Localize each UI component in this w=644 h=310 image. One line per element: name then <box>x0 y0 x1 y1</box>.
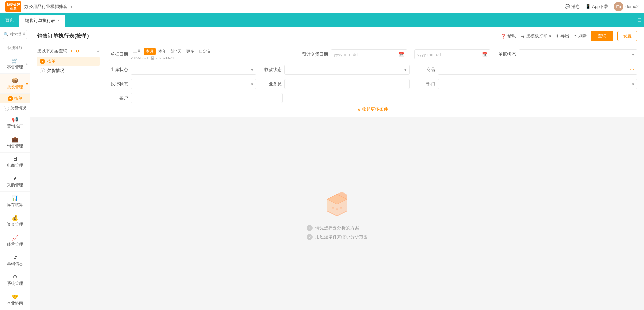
sales-icon: 💼 <box>12 136 18 143</box>
scheme-item-debt[interactable]: ○ 欠货情况 <box>37 66 100 75</box>
calendar-icon-1: 📅 <box>399 52 404 57</box>
sidebar-item-label: 零售管理 <box>7 64 23 70</box>
salesperson-ellipsis-icon[interactable]: ··· <box>402 81 407 87</box>
sidebar-item-sales[interactable]: 💼 销售管理 <box>0 133 30 153</box>
delivery-status-label: 出库状态 <box>108 67 128 73</box>
print-dropdown-icon[interactable]: ▾ <box>549 34 551 39</box>
sidebar-item-ecommerce[interactable]: 🖥 电商管理 <box>0 153 30 172</box>
tab-close-icon[interactable]: × <box>57 18 60 23</box>
date-btn-this-year[interactable]: 本年 <box>156 48 168 55</box>
settings-button[interactable]: 设置 <box>617 31 637 41</box>
add-scheme-icon[interactable]: ＋ <box>69 48 74 54</box>
sidebar-item-wholesale[interactable]: 📦 批发管理 ▾ <box>0 74 30 94</box>
calendar-icon-2: 📅 <box>482 52 487 57</box>
salesperson-select[interactable]: ··· <box>284 79 410 89</box>
message-icon: 💬 <box>565 4 570 9</box>
sub-item-order[interactable]: ● 按单 <box>0 94 30 103</box>
sidebar-item-marketing[interactable]: 📢 营销推广 <box>0 113 30 133</box>
svg-point-6 <box>332 207 334 209</box>
sidebar-item-retail[interactable]: 🛒 零售管理 ▸ <box>0 54 30 74</box>
sidebar-item-basic[interactable]: 🗂 基础信息 <box>0 251 30 270</box>
filter-scheme-panel: 按以下方案查询 ＋ ↻ « ● 按单 ○ 欠货情况 <box>37 48 104 113</box>
sidebar-item-enterprise[interactable]: 🤝 企业协同 <box>0 290 30 310</box>
refresh-scheme-icon[interactable]: ↻ <box>76 49 79 54</box>
date-btn-last-month[interactable]: 上月 <box>131 48 143 55</box>
search-menu-btn[interactable]: 🔍 搜索菜单 <box>3 30 27 39</box>
wholesale-sub-items: ● 按单 ○ 欠货情况 <box>0 94 30 113</box>
sidebar-item-label: 企业协同 <box>7 301 23 306</box>
goods-label: 商品 <box>415 67 435 73</box>
tab-active[interactable]: 销售订单执行表 × <box>19 15 65 27</box>
sidebar-item-operations[interactable]: 📈 经营管理 <box>0 231 30 251</box>
quick-nav-area: 快捷导航 <box>0 42 30 54</box>
goods-ellipsis-icon[interactable]: ··· <box>630 67 634 73</box>
date-btn-this-month[interactable]: 本月 <box>144 48 156 55</box>
search-icon: 🔍 <box>4 32 9 37</box>
user-area[interactable]: Ea demo2 <box>614 2 639 11</box>
filter-collapse-btn[interactable]: ∧ 收起更多条件 <box>357 106 388 112</box>
sidebar-item-purchase[interactable]: 🛍 采购管理 <box>0 172 30 192</box>
receipt-status-select[interactable]: ▾ <box>284 65 410 75</box>
hint-num-2: 2 <box>307 234 313 240</box>
tab-maximize-icon[interactable]: □ <box>638 17 641 23</box>
date-btn-7days[interactable]: 近7天 <box>169 48 183 55</box>
collapse-scheme-icon[interactable]: « <box>97 49 100 54</box>
search-menu-label: 搜索菜单 <box>10 32 26 37</box>
customer-select[interactable]: ··· <box>131 93 283 103</box>
tab-minimize-icon[interactable]: ─ <box>632 17 635 23</box>
goods-select[interactable]: ··· <box>438 65 637 75</box>
tab-bar-controls: ─ □ <box>632 17 641 23</box>
refresh-icon: ↺ <box>573 34 577 39</box>
refresh-btn[interactable]: ↺ 刷新 <box>573 33 587 39</box>
delivery-date-end[interactable]: yyyy-mm-dd 📅 <box>414 49 491 59</box>
dept-dropdown-icon: ▾ <box>632 82 634 87</box>
delivery-date-start[interactable]: yyyy-mm-dd 📅 <box>331 49 407 59</box>
sidebar-item-inventory[interactable]: 📊 库存核算 <box>0 192 30 211</box>
sidebar-item-label: 资金管理 <box>7 222 23 227</box>
inventory-icon: 📊 <box>12 195 18 201</box>
customer-ellipsis-icon[interactable]: ··· <box>275 95 279 101</box>
app-download-btn[interactable]: 📱 App下载 <box>585 4 608 10</box>
order-status-select[interactable]: ▾ <box>519 49 637 59</box>
delivery-status-select[interactable]: ▾ <box>131 65 256 75</box>
sidebar: 🔍 搜索菜单 快捷导航 🛒 零售管理 ▸ 📦 批发管理 ▾ ● <box>0 27 30 310</box>
main-layout: 🔍 搜索菜单 快捷导航 🛒 零售管理 ▸ 📦 批发管理 ▾ ● <box>0 27 644 310</box>
empty-icon-box <box>320 188 354 221</box>
message-btn[interactable]: 💬 消息 <box>565 4 580 10</box>
order-status-label: 单据状态 <box>496 51 516 57</box>
filter-row-4: 客户 ··· <box>108 93 637 103</box>
receipt-status-dropdown-icon: ▾ <box>404 67 407 72</box>
order-status-dropdown-icon: ▾ <box>632 52 634 57</box>
app-dropdown-icon[interactable]: ▾ <box>70 4 73 9</box>
filter-delivery-status-field: 出库状态 ▾ <box>108 65 256 75</box>
scheme-active-icon: ● <box>40 59 45 64</box>
query-button[interactable]: 查询 <box>591 31 613 41</box>
download-icon: 📱 <box>585 4 591 9</box>
scheme-item-order[interactable]: ● 按单 <box>37 57 100 66</box>
date-placeholder-1: yyyy-mm-dd <box>334 52 358 57</box>
export-btn[interactable]: ⬇ 导出 <box>555 33 569 39</box>
sidebar-item-label: 基础信息 <box>7 261 23 267</box>
sidebar-item-label: 系统管理 <box>7 281 23 287</box>
app-title: 办公用品行业模拟账套 <box>24 4 68 10</box>
help-label: 帮助 <box>507 33 516 39</box>
exec-status-select[interactable]: ▾ <box>131 79 256 89</box>
sidebar-item-system[interactable]: ⚙ 系统管理 <box>0 270 30 290</box>
app-download-label: App下载 <box>592 4 608 10</box>
sidebar-item-label: 营销推广 <box>7 123 23 129</box>
filter-panel: 按以下方案查询 ＋ ↻ « ● 按单 ○ 欠货情况 <box>30 44 644 117</box>
enterprise-icon: 🤝 <box>12 294 18 300</box>
wholesale-arrow-icon: ▾ <box>26 82 28 86</box>
sidebar-item-finance[interactable]: 💰 资金管理 <box>0 211 30 231</box>
date-btn-custom[interactable]: 自定义 <box>197 48 213 55</box>
dept-select[interactable]: ▾ <box>438 79 637 89</box>
help-btn[interactable]: ❓ 帮助 <box>501 33 516 39</box>
print-btn[interactable]: 🖨 按模板打印 ▾ <box>520 33 551 39</box>
date-btn-more[interactable]: 更多 <box>184 48 196 55</box>
scheme-label: 按以下方案查询 <box>37 48 67 54</box>
sub-item-debt[interactable]: ○ 欠货情况 <box>0 103 30 113</box>
tab-home[interactable]: 首页 <box>0 13 19 27</box>
empty-hint-2: 2 用过滤条件来缩小分析范围 <box>307 234 368 240</box>
top-bar: 畅捷做好生意 办公用品行业模拟账套 ▾ 💬 消息 📱 App下载 Ea demo… <box>0 0 644 13</box>
filter-dept-field: 部门 ▾ <box>415 79 637 89</box>
